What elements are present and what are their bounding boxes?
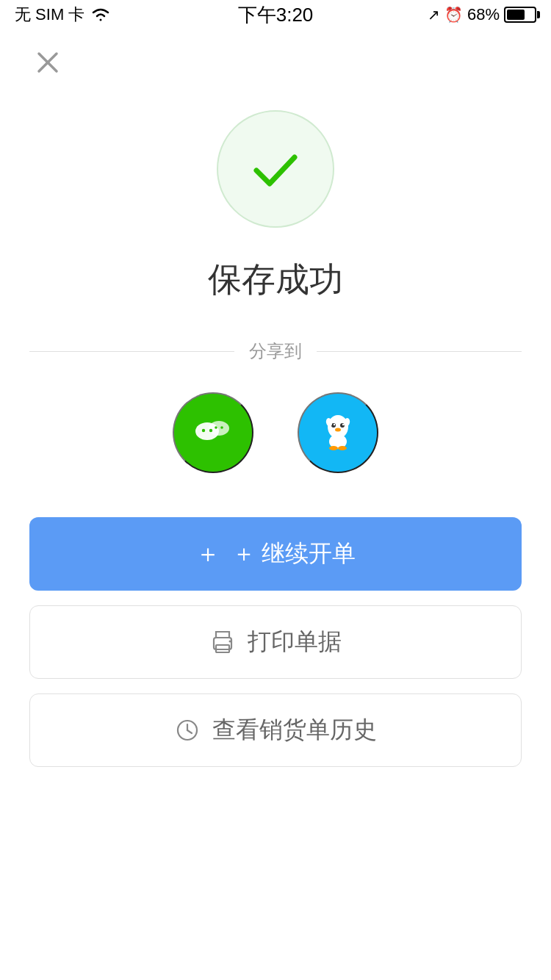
continue-label: ＋ 继续开单	[232, 538, 356, 570]
success-icon-container	[217, 110, 334, 228]
continue-icon: ＋	[195, 537, 220, 571]
close-button[interactable]	[29, 44, 66, 81]
wifi-icon	[90, 7, 111, 23]
battery-icon	[504, 7, 536, 23]
svg-point-4	[202, 429, 205, 432]
divider-line-right	[317, 351, 522, 352]
divider-line-left	[29, 351, 234, 352]
action-buttons: ＋ ＋ 继续开单 打印单据 查看销货单历史	[29, 517, 522, 767]
share-divider: 分享到	[29, 339, 522, 363]
close-icon	[35, 49, 61, 76]
svg-point-18	[338, 446, 347, 450]
status-left: 无 SIM 卡	[15, 4, 111, 26]
status-right: ↗ ⏰ 68%	[428, 5, 536, 24]
sim-status: 无 SIM 卡	[15, 4, 84, 26]
alarm-icon: ⏰	[444, 6, 463, 24]
print-label: 打印单据	[248, 626, 342, 658]
status-bar: 无 SIM 卡 下午3:20 ↗ ⏰ 68%	[0, 0, 551, 29]
continue-button[interactable]: ＋ ＋ 继续开单	[29, 517, 522, 591]
success-title: 保存成功	[208, 257, 343, 303]
svg-point-7	[220, 426, 223, 429]
history-icon	[174, 717, 201, 743]
svg-line-24	[187, 730, 192, 733]
printer-icon	[209, 629, 236, 655]
main-content: 保存成功 分享到	[0, 29, 551, 980]
svg-point-13	[342, 424, 344, 425]
svg-point-12	[334, 424, 335, 425]
share-wechat-button[interactable]	[173, 392, 253, 473]
status-time: 下午3:20	[238, 2, 314, 28]
svg-point-5	[209, 429, 212, 432]
wechat-icon	[190, 409, 237, 456]
history-button[interactable]: 查看销货单历史	[29, 693, 522, 767]
battery-pct: 68%	[467, 5, 500, 24]
share-label: 分享到	[249, 339, 302, 363]
svg-point-17	[329, 446, 338, 450]
svg-point-3	[209, 421, 229, 436]
checkmark-icon	[246, 140, 305, 198]
history-label: 查看销货单历史	[212, 714, 377, 746]
svg-point-14	[335, 428, 341, 432]
qq-icon	[314, 409, 361, 456]
print-button[interactable]: 打印单据	[29, 605, 522, 679]
share-qq-button[interactable]	[298, 392, 378, 473]
svg-point-6	[215, 426, 217, 429]
share-icons	[173, 392, 378, 473]
svg-point-21	[229, 641, 231, 643]
location-icon: ↗	[428, 6, 440, 24]
